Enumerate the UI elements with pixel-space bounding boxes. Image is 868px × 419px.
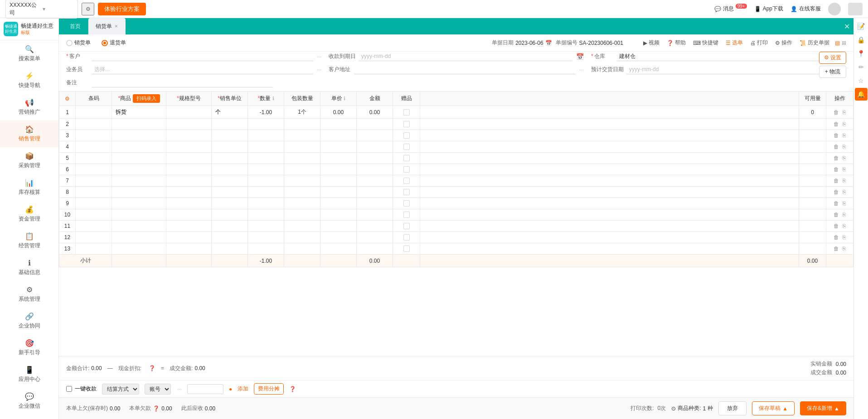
- delete-icon[interactable]: 🗑: [834, 200, 839, 207]
- row-spec-6[interactable]: [166, 164, 212, 175]
- row-barcode-10[interactable]: [76, 209, 112, 221]
- copy-icon[interactable]: ⎘: [843, 178, 846, 184]
- row-gift-10[interactable]: [393, 209, 420, 221]
- copy-icon[interactable]: ⎘: [843, 109, 846, 116]
- row-barcode-5[interactable]: [76, 153, 112, 164]
- row-product-6[interactable]: [112, 164, 166, 175]
- tab-bar-close-icon[interactable]: ✕: [844, 22, 850, 31]
- row-unit-4[interactable]: [212, 141, 248, 153]
- tab-home[interactable]: 首页: [63, 18, 88, 34]
- sidebar-item-apps[interactable]: 📱 应用中心: [0, 361, 58, 388]
- fee-split-help-icon[interactable]: ❓: [289, 386, 296, 392]
- sidebar-item-system[interactable]: ⚙ 系统管理: [0, 281, 58, 308]
- save-new-btn[interactable]: 保存&新增 ▲: [800, 401, 846, 415]
- row-unit-3[interactable]: [212, 130, 248, 141]
- row-qty-9[interactable]: [248, 198, 284, 209]
- copy-icon[interactable]: ⎘: [843, 189, 846, 195]
- row-product-4[interactable]: [112, 141, 166, 153]
- sidebar-item-quicknav[interactable]: ⚡ 快捷导航: [0, 67, 58, 94]
- row-unit-6[interactable]: [212, 164, 248, 175]
- row-gift-2[interactable]: [393, 119, 420, 130]
- amount-input[interactable]: [187, 384, 223, 394]
- row-qty-2[interactable]: [248, 119, 284, 130]
- copy-icon[interactable]: ⎘: [843, 234, 846, 241]
- row-pkgqty-12[interactable]: [284, 232, 320, 243]
- row-qty-10[interactable]: [248, 209, 284, 221]
- customer-input[interactable]: [92, 52, 313, 61]
- row-unit-11[interactable]: [212, 221, 248, 232]
- row-unit-7[interactable]: [212, 175, 248, 187]
- row-product-3[interactable]: [112, 130, 166, 141]
- sidebar-item-sales[interactable]: 🏠 销售管理: [0, 120, 58, 147]
- row-gift-13[interactable]: [393, 243, 420, 255]
- copy-icon[interactable]: ⎘: [843, 155, 846, 161]
- row-product-13[interactable]: [112, 243, 166, 255]
- row-price-2[interactable]: [320, 119, 357, 130]
- delete-icon[interactable]: 🗑: [834, 246, 839, 252]
- copy-icon[interactable]: ⎘: [843, 144, 846, 150]
- this-order-arrears-help[interactable]: ❓: [153, 405, 160, 412]
- delete-icon[interactable]: 🗑: [834, 234, 839, 241]
- row-amount-13[interactable]: [357, 243, 393, 255]
- row-gift-7[interactable]: [393, 175, 420, 187]
- row-barcode-9[interactable]: [76, 198, 112, 209]
- sidebar-item-purchase[interactable]: 📦 采购管理: [0, 147, 58, 174]
- sidebar-item-search[interactable]: 🔍 搜索菜单: [0, 40, 58, 67]
- row-qty-13[interactable]: [248, 243, 284, 255]
- sidebar-item-operations[interactable]: 📋 经营管理: [0, 227, 58, 254]
- toolbar-select[interactable]: ☰ 选单: [724, 38, 745, 48]
- toolbar-video[interactable]: ▶ 视频: [641, 38, 661, 48]
- row-gift-9[interactable]: [393, 198, 420, 209]
- row-spec-8[interactable]: [166, 187, 212, 198]
- sidebar-item-collab[interactable]: 🔗 企业协同: [0, 308, 58, 334]
- row-pkgqty-11[interactable]: [284, 221, 320, 232]
- row-pkgqty-10[interactable]: [284, 209, 320, 221]
- row-unit-8[interactable]: [212, 187, 248, 198]
- row-amount-2[interactable]: [357, 119, 393, 130]
- row-price-9[interactable]: [320, 198, 357, 209]
- row-gift-12[interactable]: [393, 232, 420, 243]
- row-barcode-11[interactable]: [76, 221, 112, 232]
- delete-icon[interactable]: 🗑: [834, 132, 839, 139]
- row-barcode-6[interactable]: [76, 164, 112, 175]
- delete-icon[interactable]: 🗑: [834, 212, 839, 218]
- online-service-button[interactable]: 👤 在线客服: [790, 5, 821, 13]
- due-date-input[interactable]: [359, 52, 572, 61]
- row-barcode-3[interactable]: [76, 130, 112, 141]
- row-qty-11[interactable]: [248, 221, 284, 232]
- row-price-8[interactable]: [320, 187, 357, 198]
- delete-icon[interactable]: 🗑: [834, 121, 839, 127]
- row-product-5[interactable]: [112, 153, 166, 164]
- row-spec-12[interactable]: [166, 232, 212, 243]
- toolbar-print[interactable]: 🖨 打印: [748, 38, 770, 48]
- cash-discount-help-icon[interactable]: ❓: [149, 365, 155, 371]
- copy-icon[interactable]: ⎘: [843, 200, 846, 207]
- sidebar-item-marketing[interactable]: 📢 营销推广: [0, 94, 58, 120]
- account-select[interactable]: 账号: [145, 384, 171, 395]
- row-amount-6[interactable]: [357, 164, 393, 175]
- row-product-8[interactable]: [112, 187, 166, 198]
- row-spec-7[interactable]: [166, 175, 212, 187]
- row-spec-10[interactable]: [166, 209, 212, 221]
- toolbar-operate[interactable]: ⚙ 操作: [773, 38, 794, 48]
- row-qty-12[interactable]: [248, 232, 284, 243]
- customer-dots[interactable]: ···: [317, 53, 321, 60]
- grid-view-btn[interactable]: ⊞: [842, 40, 846, 46]
- row-pkgqty-13[interactable]: [284, 243, 320, 255]
- row-price-3[interactable]: [320, 130, 357, 141]
- row-price-10[interactable]: [320, 209, 357, 221]
- row-amount-5[interactable]: [357, 153, 393, 164]
- row-pkgqty-6[interactable]: [284, 164, 320, 175]
- due-date-calendar-icon[interactable]: 📅: [576, 53, 584, 60]
- row-spec-2[interactable]: [166, 119, 212, 130]
- row-qty-6[interactable]: [248, 164, 284, 175]
- row-unit-2[interactable]: [212, 119, 248, 130]
- app-download-button[interactable]: 📱 App下载: [754, 5, 783, 13]
- doc-date-value[interactable]: 2023-06-06: [515, 40, 543, 46]
- row-amount-12[interactable]: [357, 232, 393, 243]
- customer-addr-input[interactable]: [354, 65, 576, 74]
- salesperson-dots[interactable]: ···: [317, 67, 321, 73]
- row-amount-7[interactable]: [357, 175, 393, 187]
- row-gift-11[interactable]: [393, 221, 420, 232]
- row-product-10[interactable]: [112, 209, 166, 221]
